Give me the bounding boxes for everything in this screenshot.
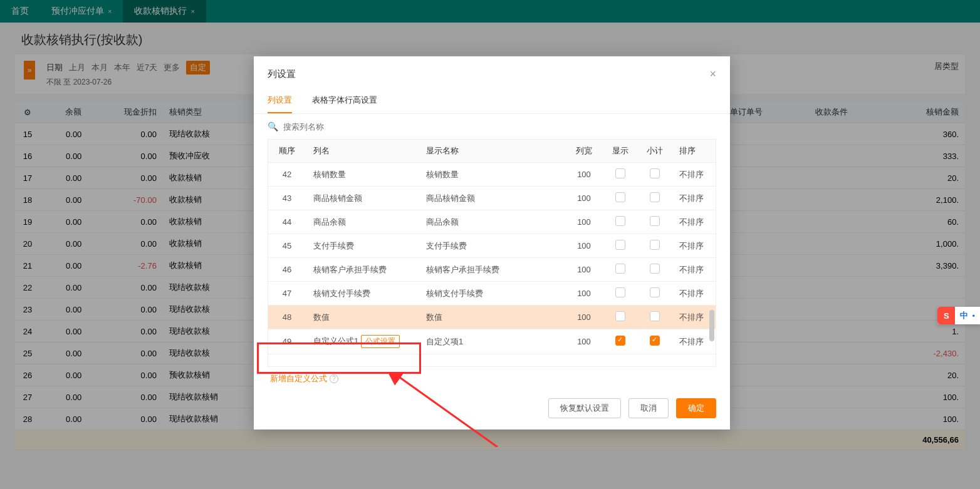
checkbox[interactable]: [650, 336, 660, 346]
checkbox[interactable]: [615, 264, 625, 274]
col-show: 显示: [603, 140, 637, 163]
modal-title: 列设置: [268, 68, 296, 80]
ime-lang: 中: [960, 310, 968, 321]
add-custom-formula[interactable]: 新增自定义公式: [270, 373, 327, 384]
search-icon: 🔍: [268, 121, 278, 131]
col-subtotal: 小计: [637, 140, 672, 163]
checkbox[interactable]: [650, 168, 660, 178]
checkbox[interactable]: [615, 311, 625, 321]
checkbox[interactable]: [615, 168, 625, 178]
column-row[interactable]: 43商品核销金额商品核销金额100不排序: [268, 187, 716, 210]
checkbox[interactable]: [650, 311, 660, 321]
checkbox[interactable]: [650, 287, 660, 297]
checkbox[interactable]: [650, 192, 660, 202]
column-row[interactable]: 42核销数量核销数量100不排序: [268, 163, 716, 187]
column-row[interactable]: 48数值数值100不排序: [268, 306, 716, 329]
checkbox[interactable]: [650, 264, 660, 274]
checkbox[interactable]: [650, 240, 660, 250]
restore-default-button[interactable]: 恢复默认设置: [548, 398, 621, 418]
tab-column-settings[interactable]: 列设置: [268, 95, 292, 113]
cancel-button[interactable]: 取消: [628, 398, 669, 418]
help-icon[interactable]: ?: [330, 374, 338, 383]
ok-button[interactable]: 确定: [676, 398, 716, 418]
scrollbar-thumb[interactable]: [709, 310, 714, 341]
search-input[interactable]: [283, 122, 716, 131]
tab-font-rowheight[interactable]: 表格字体行高设置: [312, 95, 377, 113]
column-row[interactable]: 46核销客户承担手续费核销客户承担手续费100不排序: [268, 258, 716, 282]
col-display-name: 显示名称: [419, 140, 565, 163]
close-icon[interactable]: ×: [709, 68, 716, 81]
ime-indicator: S 中•: [937, 307, 980, 324]
checkbox[interactable]: [615, 192, 625, 202]
col-width: 列宽: [565, 140, 603, 163]
column-row[interactable]: 45支付手续费支付手续费100不排序: [268, 234, 716, 258]
column-settings-modal: 列设置 × 列设置 表格字体行高设置 🔍 顺序 列名 显示名称 列宽 显示 小计…: [254, 56, 730, 430]
col-sort: 排序: [672, 140, 716, 163]
column-row[interactable]: 49自定义公式1 公式设置自定义项1100不排序: [268, 329, 716, 354]
formula-settings-button[interactable]: 公式设置: [361, 335, 400, 348]
checkbox[interactable]: [650, 216, 660, 226]
checkbox[interactable]: [615, 336, 625, 346]
col-name: 列名: [306, 140, 419, 163]
checkbox[interactable]: [615, 240, 625, 250]
column-row[interactable]: 47核销支付手续费核销支付手续费100不排序: [268, 282, 716, 306]
col-order: 顺序: [268, 140, 306, 163]
ime-logo: S: [937, 307, 955, 324]
column-row[interactable]: 44商品余额商品余额100不排序: [268, 210, 716, 234]
checkbox[interactable]: [615, 216, 625, 226]
checkbox[interactable]: [615, 287, 625, 297]
